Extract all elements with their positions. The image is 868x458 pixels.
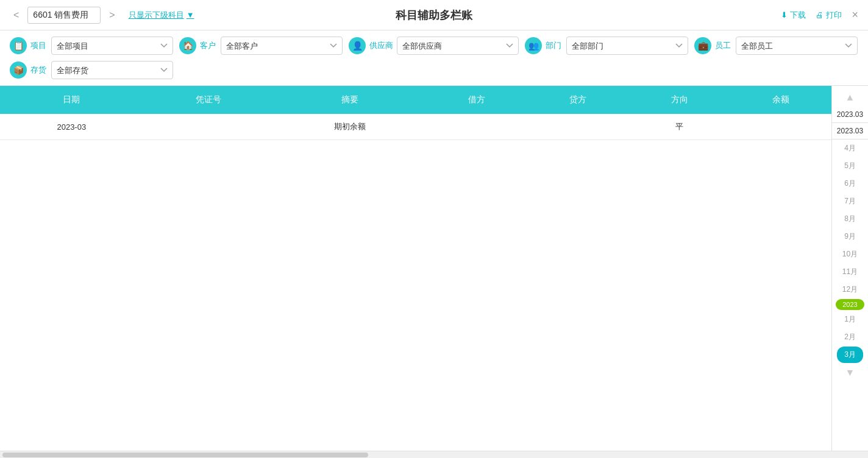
filter-group-employee: 💼 员工 全部员工 bbox=[694, 37, 858, 55]
title-bar-left: < 6601 销售费用 > 只显示下级科目 ▼ bbox=[10, 7, 199, 24]
print-icon: 🖨 bbox=[816, 10, 824, 19]
supplier-select[interactable]: 全部供应商 bbox=[397, 37, 519, 55]
month-nav-down-button[interactable]: ▼ bbox=[832, 364, 868, 382]
month-6[interactable]: 6月 bbox=[832, 175, 868, 192]
customer-select[interactable]: 全部客户 bbox=[221, 37, 343, 55]
table-header-row: 日期 凭证号 摘要 借方 贷方 方向 余额 bbox=[0, 86, 831, 114]
print-label: 打印 bbox=[826, 10, 842, 21]
filter-group-customer: 🏠 客户 全部客户 bbox=[179, 37, 343, 55]
month-11[interactable]: 11月 bbox=[832, 263, 868, 281]
download-icon: ⬇ bbox=[781, 10, 788, 19]
filter-group-inventory: 📦 存货 全部存货 bbox=[10, 61, 173, 79]
project-select[interactable]: 全部项目 bbox=[51, 37, 173, 55]
col-credit: 贷方 bbox=[527, 86, 628, 114]
table-row: 2023-03 期初余额 平 bbox=[0, 114, 831, 140]
cell-debit bbox=[426, 114, 527, 140]
col-balance: 余额 bbox=[730, 86, 831, 114]
col-summary: 摘要 bbox=[274, 86, 425, 114]
col-voucher: 凭证号 bbox=[143, 86, 274, 114]
month-top-selected-1[interactable]: 2023.03 bbox=[832, 107, 868, 123]
main-window: < 6601 销售费用 > 只显示下级科目 ▼ 科目辅助多栏账 ⬇ 下载 🖨 打… bbox=[0, 0, 868, 458]
filter-group-project: 📋 项目 全部项目 bbox=[10, 37, 173, 55]
title-bar: < 6601 销售费用 > 只显示下级科目 ▼ 科目辅助多栏账 ⬇ 下载 🖨 打… bbox=[0, 0, 868, 30]
month-9[interactable]: 9月 bbox=[832, 228, 868, 245]
month-nav-up-button[interactable]: ▲ bbox=[832, 88, 868, 107]
cell-date: 2023-03 bbox=[0, 114, 143, 140]
cell-direction: 平 bbox=[628, 114, 730, 140]
supplier-icon: 👤 bbox=[349, 37, 366, 54]
table-area[interactable]: 日期 凭证号 摘要 借方 贷方 方向 余额 2023-03 期初余额 bbox=[0, 86, 831, 451]
cell-credit bbox=[527, 114, 628, 140]
title-bar-right: ⬇ 下载 🖨 打印 × bbox=[781, 9, 858, 21]
cell-summary: 期初余额 bbox=[274, 114, 425, 140]
close-button[interactable]: × bbox=[852, 9, 858, 21]
print-button[interactable]: 🖨 打印 bbox=[816, 10, 842, 21]
page-title: 科目辅助多栏账 bbox=[396, 8, 472, 23]
month-3-active[interactable]: 3月 bbox=[837, 347, 863, 363]
month-nav: ▲ 2023.03 2023.03 4月 5月 6月 7月 8月 9月 10月 … bbox=[831, 86, 868, 451]
account-code-display: 6601 销售费用 bbox=[27, 7, 101, 24]
show-sub-accounts-button[interactable]: 只显示下级科目 ▼ bbox=[124, 7, 199, 23]
year-2023-badge[interactable]: 2023 bbox=[836, 299, 864, 310]
nav-next-button[interactable]: > bbox=[105, 9, 118, 22]
month-8[interactable]: 8月 bbox=[832, 210, 868, 228]
month-4[interactable]: 4月 bbox=[832, 139, 868, 157]
month-7[interactable]: 7月 bbox=[832, 192, 868, 210]
employee-select[interactable]: 全部员工 bbox=[736, 37, 858, 55]
download-button[interactable]: ⬇ 下载 bbox=[781, 10, 806, 21]
month-top-selected-2[interactable]: 2023.03 bbox=[832, 123, 868, 139]
col-debit: 借方 bbox=[426, 86, 527, 114]
col-date: 日期 bbox=[0, 86, 143, 114]
scrollbar-thumb[interactable] bbox=[2, 453, 368, 457]
month-5[interactable]: 5月 bbox=[832, 157, 868, 175]
month-10[interactable]: 10月 bbox=[832, 245, 868, 263]
show-sub-label: 只显示下级科目 bbox=[129, 10, 184, 21]
project-label: 项目 bbox=[30, 40, 48, 51]
employee-icon: 💼 bbox=[694, 37, 711, 54]
month-2[interactable]: 2月 bbox=[832, 328, 868, 346]
download-label: 下载 bbox=[790, 10, 806, 21]
customer-label: 客户 bbox=[200, 40, 217, 51]
inventory-select[interactable]: 全部存货 bbox=[51, 61, 173, 79]
cell-voucher bbox=[143, 114, 274, 140]
project-icon: 📋 bbox=[10, 37, 27, 54]
department-label: 部门 bbox=[546, 40, 563, 51]
month-1[interactable]: 1月 bbox=[832, 311, 868, 328]
cell-balance bbox=[730, 114, 831, 140]
filter-group-supplier: 👤 供应商 全部供应商 bbox=[349, 37, 519, 55]
supplier-label: 供应商 bbox=[369, 40, 393, 51]
employee-label: 员工 bbox=[715, 40, 732, 51]
inventory-label: 存货 bbox=[30, 65, 48, 76]
nav-prev-button[interactable]: < bbox=[10, 9, 23, 22]
main-content: 日期 凭证号 摘要 借方 贷方 方向 余额 2023-03 期初余额 bbox=[0, 86, 868, 451]
filter-group-department: 👥 部门 全部部门 bbox=[525, 37, 688, 55]
col-direction: 方向 bbox=[628, 86, 730, 114]
customer-icon: 🏠 bbox=[179, 37, 196, 54]
department-icon: 👥 bbox=[525, 37, 542, 54]
filter-bar: 📋 项目 全部项目 🏠 客户 全部客户 👤 供应商 全部供应商 👥 部门 全 bbox=[0, 30, 868, 86]
inventory-icon: 📦 bbox=[10, 62, 27, 79]
horizontal-scrollbar[interactable] bbox=[0, 451, 868, 458]
month-12[interactable]: 12月 bbox=[832, 281, 868, 298]
dropdown-arrow-icon: ▼ bbox=[187, 10, 194, 19]
ledger-table: 日期 凭证号 摘要 借方 贷方 方向 余额 2023-03 期初余额 bbox=[0, 86, 831, 140]
department-select[interactable]: 全部部门 bbox=[566, 37, 688, 55]
